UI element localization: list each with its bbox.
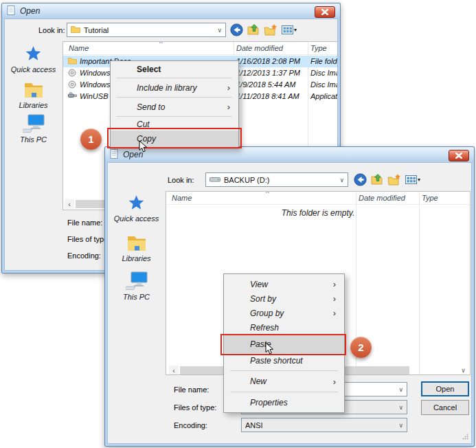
sidebar-item-libraries[interactable]: Libraries <box>109 232 163 262</box>
up-folder-icon <box>247 24 260 36</box>
submenu-arrow-icon: › <box>333 279 336 289</box>
up-folder-button[interactable] <box>247 24 260 36</box>
view-menu-icon <box>282 25 293 35</box>
new-folder-button[interactable] <box>387 174 401 186</box>
menu-item-properties[interactable]: Properties <box>224 395 344 410</box>
submenu-arrow-icon: › <box>333 308 336 318</box>
folder-icon <box>71 25 80 34</box>
toolbar-1: ▾ <box>230 23 297 36</box>
libraries-icon <box>6 78 60 99</box>
sidebar-item-quick-access[interactable]: Quick access <box>6 43 60 74</box>
scroll-left-icon[interactable]: ‹ <box>169 366 179 375</box>
view-menu-button[interactable]: ▾ <box>282 25 297 35</box>
libraries-icon <box>109 232 163 252</box>
look-in-combobox[interactable]: BACKUP (D:) ∨ <box>205 172 348 187</box>
sidebar-item-this-pc[interactable]: This PC <box>6 113 60 144</box>
up-folder-button[interactable] <box>371 174 383 186</box>
menu-item-paste-shortcut[interactable]: Paste shortcut <box>224 353 344 368</box>
empty-folder-message: This folder is empty. <box>166 208 470 218</box>
scroll-left-icon[interactable]: ‹ <box>65 199 74 209</box>
column-header-type[interactable]: Type <box>422 194 438 202</box>
back-button[interactable] <box>354 173 367 186</box>
sidebar-item-libraries[interactable]: Libraries <box>6 78 60 109</box>
menu-item-select[interactable]: Select <box>111 63 238 76</box>
disc-image-icon <box>68 69 76 78</box>
submenu-arrow-icon: › <box>227 82 230 93</box>
menu-item-sort-by[interactable]: Sort by › <box>224 291 344 306</box>
close-button[interactable] <box>315 6 335 18</box>
sidebar-item-quick-access[interactable]: Quick access <box>109 192 163 223</box>
menu-separator <box>117 116 232 117</box>
column-header-date[interactable]: Date modified <box>359 194 405 202</box>
column-header-type[interactable]: Type <box>310 44 327 52</box>
menu-item-send-to[interactable]: Send to › <box>111 99 238 115</box>
encoding-label: Encoding: <box>67 251 101 260</box>
look-in-value: Tutorial <box>84 26 214 34</box>
caret-down-icon: ▾ <box>418 177 420 183</box>
chevron-down-icon: ∨ <box>339 177 344 183</box>
close-icon <box>321 9 328 15</box>
look-in-combobox[interactable]: Tutorial ∨ <box>67 23 226 37</box>
this-pc-icon <box>6 113 60 133</box>
menu-separator <box>230 392 338 392</box>
highlight-box-paste <box>220 334 346 355</box>
file-name-label: File name: <box>67 219 102 227</box>
back-icon <box>354 173 367 186</box>
header-divider <box>166 204 470 205</box>
submenu-arrow-icon: › <box>227 102 230 112</box>
folder-icon <box>68 57 77 66</box>
column-header-name[interactable]: Name <box>69 44 89 52</box>
column-header-name[interactable]: Name <box>172 194 192 202</box>
new-folder-icon <box>264 24 277 36</box>
scroll-down-icon[interactable]: ∨ <box>458 366 468 375</box>
chevron-down-icon: ∨ <box>398 422 403 429</box>
toolbar-2: ▾ <box>354 173 420 186</box>
menu-item-new[interactable]: New › <box>224 374 344 389</box>
column-header-date[interactable]: Date modified <box>236 44 283 52</box>
back-icon <box>230 23 243 36</box>
column-separator <box>419 192 420 374</box>
sort-ascending-icon: ^ <box>159 41 163 47</box>
menu-separator <box>117 97 232 98</box>
up-folder-icon <box>371 174 383 186</box>
header-divider <box>63 54 338 55</box>
menu-item-view[interactable]: View › <box>224 277 344 291</box>
sidebar-item-this-pc[interactable]: This PC <box>109 270 163 301</box>
menu-item-refresh[interactable]: Refresh <box>224 320 344 335</box>
look-in-label: Look in: <box>38 26 65 34</box>
back-button[interactable] <box>230 23 243 36</box>
drive-icon <box>209 176 220 184</box>
sort-ascending-icon: ^ <box>266 191 269 197</box>
menu-item-group-by[interactable]: Group by › <box>224 306 344 320</box>
cancel-button[interactable]: Cancel <box>421 400 469 415</box>
close-icon <box>455 153 462 159</box>
view-menu-button[interactable]: ▾ <box>405 175 420 185</box>
chevron-down-icon: ∨ <box>398 386 403 393</box>
chevron-down-icon: ∨ <box>398 404 403 411</box>
this-pc-icon <box>109 270 163 291</box>
view-menu-icon <box>405 175 417 185</box>
mouse-cursor <box>139 140 148 155</box>
new-folder-icon <box>387 174 401 186</box>
open-button[interactable]: Open <box>421 381 469 396</box>
screenshot-root: Open Look in: Tutorial ∨ <box>0 0 476 448</box>
highlight-box-copy <box>107 128 242 148</box>
encoding-label: Encoding: <box>174 421 207 429</box>
titlebar-2[interactable]: Open <box>105 147 474 162</box>
mouse-cursor <box>265 342 274 357</box>
quick-access-icon <box>109 192 163 212</box>
close-button[interactable] <box>449 150 469 161</box>
file-name-label: File name: <box>174 385 209 394</box>
resize-grip[interactable] <box>462 433 468 441</box>
submenu-arrow-icon: › <box>333 377 336 387</box>
encoding-combobox[interactable]: ANSI ∨ <box>241 418 407 432</box>
step-badge-2: 2 <box>350 337 372 358</box>
new-folder-button[interactable] <box>264 24 277 36</box>
encoding-value: ANSI <box>245 421 395 429</box>
caret-down-icon: ▾ <box>294 27 297 33</box>
menu-item-include-in-library[interactable]: Include in library › <box>111 80 238 96</box>
step-badge-1: 1 <box>80 128 102 150</box>
quick-access-icon <box>6 43 60 63</box>
titlebar-1[interactable]: Open <box>2 3 340 19</box>
chevron-down-icon: ∨ <box>217 27 222 34</box>
